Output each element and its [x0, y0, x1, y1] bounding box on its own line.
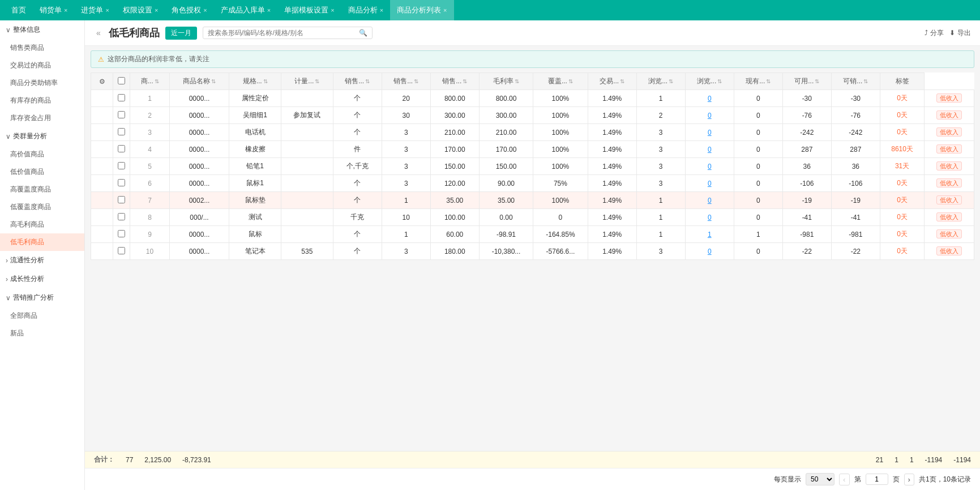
nav-product-storage[interactable]: 产成品入库单 ×: [214, 0, 277, 20]
col-spec[interactable]: 规格...⇅: [229, 73, 281, 90]
row-checkbox[interactable]: [118, 230, 125, 237]
row-checkbox-cell[interactable]: [113, 226, 130, 243]
per-page-select[interactable]: 50 100: [806, 473, 835, 485]
close-icon[interactable]: ×: [203, 7, 207, 14]
col-unit[interactable]: 计量...⇅: [281, 73, 333, 90]
views1-link[interactable]: 0: [708, 163, 712, 171]
views1-link[interactable]: 1: [708, 231, 712, 238]
row-views1-cell[interactable]: 0: [685, 90, 734, 107]
close-icon[interactable]: ×: [105, 7, 109, 14]
col-views2[interactable]: 浏览...⇅: [685, 73, 734, 90]
collapse-sidebar-button[interactable]: «: [94, 28, 103, 37]
nav-home[interactable]: 首页: [5, 0, 33, 20]
sidebar-item-stock-capital[interactable]: 库存资金占用: [0, 109, 84, 127]
row-views1-cell[interactable]: 0: [685, 107, 734, 124]
row-views1-cell[interactable]: 0: [685, 158, 734, 175]
next-page-button[interactable]: ›: [904, 474, 914, 485]
sidebar-item-in-stock[interactable]: 有库存的商品: [0, 92, 84, 109]
close-icon[interactable]: ×: [331, 7, 334, 14]
col-settings[interactable]: ⚙: [91, 73, 113, 90]
row-views1-cell[interactable]: 0: [685, 192, 734, 209]
sidebar-item-traded-goods[interactable]: 交易过的商品: [0, 57, 84, 74]
row-checkbox-cell[interactable]: [113, 107, 130, 124]
col-code[interactable]: 商...⇅: [130, 73, 169, 90]
nav-purchase-order[interactable]: 进货单 ×: [74, 0, 115, 20]
row-checkbox-cell[interactable]: [113, 158, 130, 175]
nav-template-settings[interactable]: 单据模板设置 ×: [277, 0, 341, 20]
sidebar-group-cluster[interactable]: ∨ 类群量分析: [0, 127, 84, 146]
close-icon[interactable]: ×: [380, 7, 383, 14]
search-box[interactable]: 🔍: [203, 27, 373, 39]
row-checkbox[interactable]: [118, 94, 125, 101]
close-icon[interactable]: ×: [64, 7, 67, 14]
row-checkbox[interactable]: [118, 111, 125, 118]
sidebar-item-low-margin[interactable]: 低毛利商品: [0, 233, 84, 251]
sidebar-item-high-value[interactable]: 高价值商品: [0, 146, 84, 163]
sidebar-item-low-coverage[interactable]: 低覆盖度商品: [0, 198, 84, 216]
sidebar-item-high-coverage[interactable]: 高覆盖度商品: [0, 181, 84, 198]
row-checkbox-cell[interactable]: [113, 192, 130, 209]
nav-sales-order[interactable]: 销货单 ×: [33, 0, 74, 20]
sidebar-item-low-value[interactable]: 低价值商品: [0, 163, 84, 181]
table-container[interactable]: ⚙ 商...⇅ 商品名称⇅ 规格...⇅ 计量...⇅ 销售...⇅ 销售...…: [85, 73, 980, 451]
col-name[interactable]: 商品名称⇅: [169, 73, 229, 90]
row-views1-cell[interactable]: 0: [685, 175, 734, 192]
sidebar-item-sales-goods[interactable]: 销售类商品: [0, 39, 84, 57]
sidebar-item-all-goods[interactable]: 全部商品: [0, 307, 84, 325]
export-button[interactable]: ⬇ 导出: [949, 28, 971, 38]
page-number-input[interactable]: [866, 474, 888, 485]
row-checkbox-cell[interactable]: [113, 243, 130, 260]
row-checkbox-cell[interactable]: [113, 141, 130, 158]
col-current-stock[interactable]: 现有...⇅: [734, 73, 782, 90]
row-checkbox[interactable]: [118, 196, 125, 203]
col-sales-profit[interactable]: 销售...⇅: [430, 73, 479, 90]
row-checkbox-cell[interactable]: [113, 209, 130, 226]
views1-link[interactable]: 0: [708, 112, 712, 120]
sidebar-group-circulation[interactable]: › 流通性分析: [0, 251, 84, 270]
search-input[interactable]: [208, 29, 359, 37]
select-all-checkbox[interactable]: [118, 77, 125, 84]
row-views1-cell[interactable]: 0: [685, 124, 734, 141]
row-checkbox[interactable]: [118, 247, 125, 254]
share-button[interactable]: ⤴ 分享: [925, 28, 944, 38]
col-views1[interactable]: 浏览...⇅: [636, 73, 685, 90]
col-coverage[interactable]: 覆盖...⇅: [533, 73, 588, 90]
close-icon[interactable]: ×: [155, 7, 158, 14]
settings-icon[interactable]: ⚙: [99, 78, 105, 86]
col-sales-qty[interactable]: 销售...⇅: [333, 73, 382, 90]
filter-recent-month-button[interactable]: 近一月: [165, 27, 197, 40]
col-sales-price[interactable]: 销售...⇅: [382, 73, 430, 90]
row-checkbox[interactable]: [118, 179, 125, 186]
col-gross-rate[interactable]: 毛利率⇅: [479, 73, 533, 90]
col-saleable[interactable]: 可销...⇅: [831, 73, 880, 90]
views1-link[interactable]: 0: [708, 214, 712, 221]
row-checkbox[interactable]: [118, 145, 125, 152]
col-tag[interactable]: 标签: [880, 73, 925, 90]
sidebar-group-marketing[interactable]: ∨ 营销推广分析: [0, 288, 84, 307]
row-views1-cell[interactable]: 0: [685, 209, 734, 226]
row-checkbox-cell[interactable]: [113, 90, 130, 107]
col-transactions[interactable]: 交易...⇅: [588, 73, 636, 90]
sidebar-group-growth[interactable]: › 成长性分析: [0, 270, 84, 288]
nav-permissions[interactable]: 权限设置 ×: [116, 0, 165, 20]
sidebar-item-new-goods[interactable]: 新品: [0, 325, 84, 342]
prev-page-button[interactable]: ‹: [839, 474, 849, 485]
views1-link[interactable]: 0: [708, 146, 712, 154]
nav-product-analysis-list[interactable]: 商品分析列表 ×: [390, 0, 453, 20]
row-views1-cell[interactable]: 0: [685, 141, 734, 158]
row-views1-cell[interactable]: 1: [685, 226, 734, 243]
close-icon[interactable]: ×: [267, 7, 271, 14]
row-checkbox[interactable]: [118, 162, 125, 169]
row-checkbox-cell[interactable]: [113, 175, 130, 192]
search-icon[interactable]: 🔍: [359, 29, 367, 37]
col-available[interactable]: 可用...⇅: [782, 73, 831, 90]
close-icon[interactable]: ×: [443, 7, 447, 14]
row-checkbox[interactable]: [118, 128, 125, 135]
col-select-all[interactable]: [113, 73, 130, 90]
nav-product-analysis[interactable]: 商品分析 ×: [341, 0, 390, 20]
nav-role-auth[interactable]: 角色授权 ×: [165, 0, 213, 20]
views1-link[interactable]: 0: [708, 129, 712, 137]
row-checkbox[interactable]: [118, 213, 125, 220]
views1-link[interactable]: 0: [708, 197, 712, 204]
views1-link[interactable]: 0: [708, 248, 712, 255]
